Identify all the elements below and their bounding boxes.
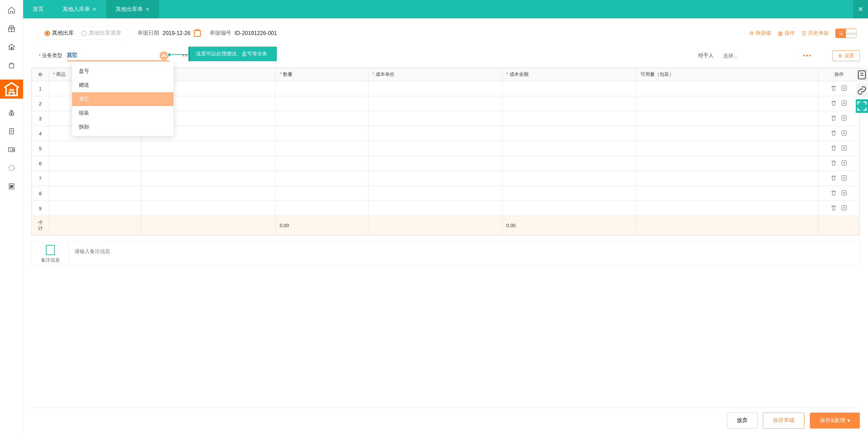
gift-icon[interactable]: [7, 24, 16, 33]
delete-icon[interactable]: [830, 115, 837, 121]
view-card-icon[interactable]: ▭▭: [846, 29, 856, 38]
cell-unit[interactable]: [141, 201, 276, 216]
cell-qty[interactable]: [276, 81, 368, 96]
radio-other-out-return[interactable]: 其他出库退库: [81, 30, 121, 37]
link-icon[interactable]: [856, 84, 868, 97]
tab-other-in[interactable]: 其他入库单✕: [53, 0, 106, 18]
dropdown-option[interactable]: 其它: [72, 92, 173, 106]
expand-icon[interactable]: [856, 99, 868, 113]
more-icon[interactable]: •••: [803, 52, 812, 60]
cell-available[interactable]: [636, 126, 818, 141]
add-row-icon[interactable]: [841, 160, 848, 166]
cell-unit[interactable]: [141, 171, 276, 186]
view-list-icon[interactable]: ☰: [836, 29, 846, 38]
cell-cost-price[interactable]: [368, 111, 502, 126]
delete-icon[interactable]: [830, 100, 837, 106]
close-icon[interactable]: ✕: [146, 6, 150, 12]
operate-button[interactable]: ▦操作: [778, 30, 795, 36]
table-row[interactable]: 8: [32, 186, 859, 201]
cell-available[interactable]: [636, 201, 818, 216]
cell-cost-amount[interactable]: [502, 156, 636, 171]
new-doc-icon[interactable]: 新: [7, 182, 16, 190]
add-row-icon[interactable]: [841, 189, 848, 196]
cell-available[interactable]: [636, 186, 818, 201]
dropdown-option[interactable]: 组装: [72, 106, 173, 120]
cell-product[interactable]: [49, 186, 141, 201]
table-row[interactable]: 7: [32, 171, 859, 186]
cell-cost-amount[interactable]: [502, 111, 636, 126]
handler-input[interactable]: [723, 53, 798, 59]
table-row[interactable]: 9: [32, 201, 859, 216]
history-button[interactable]: ☰历史单据: [802, 30, 829, 36]
add-row-icon[interactable]: [841, 204, 848, 211]
cell-cost-price[interactable]: [368, 201, 502, 216]
cell-product[interactable]: [49, 156, 141, 171]
cell-cost-amount[interactable]: [502, 141, 636, 156]
cell-available[interactable]: [636, 81, 818, 96]
cell-qty[interactable]: [276, 186, 368, 201]
warehouse-icon[interactable]: [0, 80, 23, 99]
cell-cost-amount[interactable]: [502, 126, 636, 141]
home-icon[interactable]: [7, 6, 16, 14]
id-card-icon[interactable]: [7, 146, 16, 154]
save-new-button[interactable]: 保存&新增▾: [810, 413, 860, 429]
cell-cost-amount[interactable]: [502, 81, 636, 96]
money-bag-icon[interactable]: ¥: [7, 109, 16, 117]
discard-button[interactable]: 放弃: [727, 413, 757, 429]
remark-input[interactable]: [69, 242, 859, 266]
shortcut-button[interactable]: ⚙快捷键: [749, 30, 771, 36]
delete-icon[interactable]: [830, 85, 837, 91]
cell-available[interactable]: [636, 141, 818, 156]
add-row-icon[interactable]: [841, 115, 848, 121]
cell-qty[interactable]: [276, 171, 368, 186]
cell-qty[interactable]: [276, 156, 368, 171]
table-row[interactable]: 5: [32, 141, 859, 156]
cell-available[interactable]: [636, 171, 818, 186]
close-all-tabs-icon[interactable]: ✕: [853, 0, 868, 18]
cell-available[interactable]: [636, 96, 818, 111]
cell-qty[interactable]: [276, 96, 368, 111]
tab-home[interactable]: 首页: [23, 0, 53, 18]
calendar-icon[interactable]: [194, 30, 201, 37]
cell-cost-price[interactable]: [368, 171, 502, 186]
cell-unit[interactable]: [141, 186, 276, 201]
delete-icon[interactable]: [830, 204, 837, 211]
delete-icon[interactable]: [830, 189, 837, 196]
col-gear[interactable]: ⚙: [32, 68, 49, 81]
shopping-bag-icon[interactable]: [7, 61, 16, 69]
doc-date-value[interactable]: 2019-12-26: [163, 30, 190, 36]
table-row[interactable]: 6: [32, 156, 859, 171]
tab-other-out[interactable]: 其他出库单✕: [106, 0, 159, 18]
cell-product[interactable]: [49, 171, 141, 186]
delete-icon[interactable]: [830, 130, 837, 136]
cell-qty[interactable]: [276, 141, 368, 156]
cell-cost-amount[interactable]: [502, 96, 636, 111]
biz-type-select[interactable]: 其它: [67, 50, 169, 61]
cell-cost-amount[interactable]: [502, 201, 636, 216]
cell-available[interactable]: [636, 156, 818, 171]
cell-cost-price[interactable]: [368, 156, 502, 171]
clipboard-icon[interactable]: [7, 127, 16, 135]
cell-qty[interactable]: [276, 111, 368, 126]
add-row-icon[interactable]: [841, 85, 848, 91]
save-draft-button[interactable]: 保存草稿: [763, 413, 804, 429]
add-row-icon[interactable]: [841, 130, 848, 136]
delete-icon[interactable]: [830, 160, 837, 166]
cell-cost-price[interactable]: [368, 126, 502, 141]
add-row-icon[interactable]: [841, 145, 848, 151]
cell-qty[interactable]: [276, 126, 368, 141]
radio-other-out[interactable]: 其他出库: [45, 30, 74, 37]
dropdown-option[interactable]: 盘亏: [72, 64, 173, 78]
cell-cost-price[interactable]: [368, 141, 502, 156]
cell-unit[interactable]: [141, 156, 276, 171]
add-row-icon[interactable]: [841, 100, 848, 106]
cell-cost-price[interactable]: [368, 96, 502, 111]
cell-available[interactable]: [636, 111, 818, 126]
cell-unit[interactable]: [141, 141, 276, 156]
settings-button[interactable]: ⚙设置: [832, 50, 860, 61]
note-icon[interactable]: [856, 68, 868, 82]
cell-qty[interactable]: [276, 201, 368, 216]
dropdown-option[interactable]: 赠送: [72, 78, 173, 92]
delete-icon[interactable]: [830, 174, 837, 181]
cell-cost-price[interactable]: [368, 81, 502, 96]
